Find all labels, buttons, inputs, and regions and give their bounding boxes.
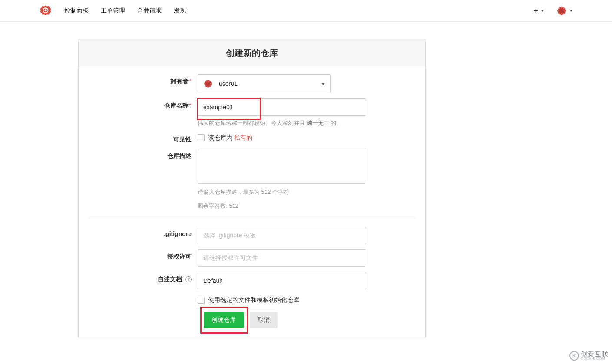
nav-dashboard[interactable]: 控制面板 [64,7,89,15]
label-repo-name: 仓库名称* [89,98,198,110]
svg-point-3 [561,6,562,8]
svg-point-7 [558,7,560,9]
plus-icon: + [533,7,538,15]
chevron-down-icon [569,10,573,12]
svg-point-19 [209,85,211,86]
readme-select[interactable]: Default [198,272,366,289]
description-remaining: 剩余字符数: 512 [198,202,371,210]
row-visibility: 可见性 该仓库为 私有的 [79,132,425,144]
panel-title: 创建新的仓库 [79,39,425,66]
svg-point-14 [204,83,206,85]
svg-point-6 [564,10,566,11]
svg-rect-1 [45,8,47,9]
license-select[interactable]: 请选择授权许可文件 [198,249,366,267]
label-description: 仓库描述 [89,149,198,160]
svg-point-18 [205,85,206,86]
label-gitignore: .gitignore [89,227,198,237]
row-owner: 拥有者* [79,74,425,93]
init-repo-checkbox[interactable] [198,297,205,304]
owner-dropdown[interactable]: user01 [198,74,331,93]
repo-name-hint: 伟大的仓库名称一般都较短、令人深刻并且 独一无二 的。 [198,119,371,127]
gitignore-select[interactable]: 选择 .gitignore 模板 [198,227,366,244]
top-navbar: 控制面板 工单管理 合并请求 发现 + [0,0,612,22]
chevron-down-icon [541,10,544,12]
label-license: 授权许可 [89,249,198,261]
cancel-button[interactable]: 取消 [250,312,278,328]
help-icon[interactable]: ? [185,276,192,282]
create-repo-panel: 创建新的仓库 拥有者* [78,39,426,338]
navbar-left: 控制面板 工单管理 合并请求 发现 [39,4,186,17]
svg-point-15 [210,83,212,85]
description-textarea[interactable] [198,149,366,184]
row-repo-name: 仓库名称* 伟大的仓库名称一般都较短、令人深刻并且 独一无二 的。 [79,98,425,127]
svg-point-8 [563,7,565,9]
label-owner: 拥有者* [89,74,198,85]
private-checkbox[interactable] [198,134,205,141]
svg-point-12 [207,80,209,82]
chevron-down-icon [321,83,325,85]
svg-point-10 [563,12,565,14]
svg-point-5 [557,10,559,11]
row-gitignore: .gitignore 选择 .gitignore 模板 [79,227,425,244]
svg-point-9 [558,12,560,14]
create-repo-button[interactable]: 创建仓库 [204,312,244,328]
svg-point-16 [205,81,206,82]
svg-point-17 [209,81,211,82]
repo-name-input[interactable] [198,98,366,116]
svg-point-4 [561,13,562,15]
section-divider [89,218,415,218]
description-hint: 请输入仓库描述，最多为 512 个字符 [198,188,371,196]
nav-issues[interactable]: 工单管理 [101,7,125,15]
row-init: 使用选定的文件和模板初始化仓库 [79,295,425,304]
row-license: 授权许可 请选择授权许可文件 [79,249,425,267]
user-menu[interactable] [556,6,573,16]
owner-value: user01 [219,80,238,87]
label-visibility: 可见性 [89,132,198,144]
init-repo-label: 使用选定的文件和模板初始化仓库 [208,296,299,304]
create-menu[interactable]: + [533,7,544,15]
nav-explore[interactable]: 发现 [174,7,186,15]
actions-row: 创建仓库 取消 [79,309,425,338]
nav-pull-requests[interactable]: 合并请求 [137,7,162,15]
row-description: 仓库描述 请输入仓库描述，最多为 512 个字符 剩余字符数: 512 [79,149,425,210]
user-avatar-icon [556,6,567,16]
gogs-logo-icon[interactable] [39,4,52,17]
label-readme: 自述文档 ? [89,272,198,283]
private-checkbox-label: 该仓库为 私有的 [208,134,252,142]
svg-point-13 [207,86,209,88]
owner-avatar-icon [203,79,213,89]
navbar-right: + [533,6,573,16]
row-readme: 自述文档 ? Default [79,272,425,289]
